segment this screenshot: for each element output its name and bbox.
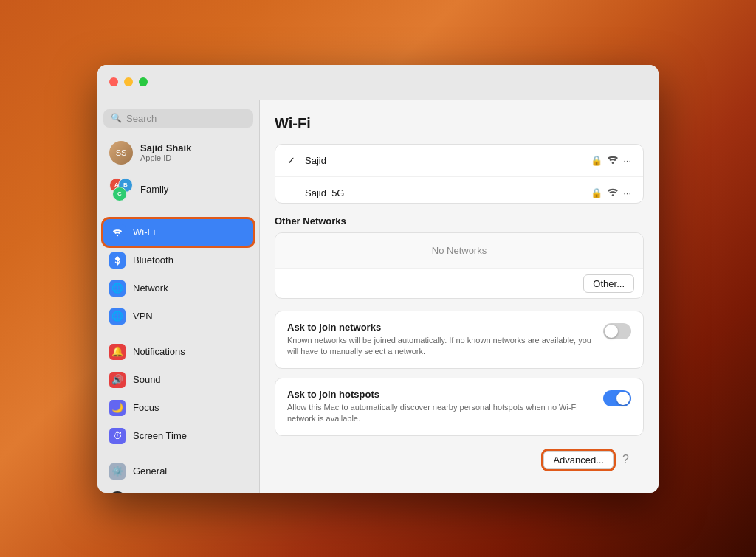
network-icons-sajid5g: 🔒 ··· xyxy=(591,186,631,200)
ask-hotspots-inner: Ask to join hotspots Allow this Mac to a… xyxy=(287,389,631,425)
network-icon: 🌐 xyxy=(109,280,126,297)
toggle-knob-hotspots xyxy=(616,392,630,405)
sidebar-label-sound: Sound xyxy=(133,374,161,385)
svg-point-0 xyxy=(117,234,118,235)
toggle-knob-ask-join xyxy=(605,325,618,338)
sidebar-label-screentime: Screen Time xyxy=(133,430,187,441)
family-label: Family xyxy=(140,184,168,195)
sidebar-item-focus[interactable]: 🌙 Focus xyxy=(103,395,253,421)
family-avatars: A B C xyxy=(109,178,133,201)
sidebar-label-network: Network xyxy=(133,283,168,294)
sidebar-item-screentime[interactable]: ⏱ Screen Time xyxy=(103,423,253,449)
minimize-button[interactable] xyxy=(124,77,133,86)
ask-join-text: Ask to join networks Known networks will… xyxy=(287,322,591,358)
network-row-sajid[interactable]: ✓ Sajid 🔒 ··· xyxy=(275,145,643,177)
ask-join-toggle[interactable] xyxy=(603,323,631,339)
user-profile[interactable]: SS Sajid Shaik Apple ID xyxy=(103,136,253,169)
svg-point-2 xyxy=(612,194,614,196)
network-icons-sajid: 🔒 ··· xyxy=(591,153,631,167)
sidebar-label-focus: Focus xyxy=(133,402,159,413)
wifi-signal-icon-5g xyxy=(607,186,619,200)
other-button-row: Other... xyxy=(275,269,643,299)
lock-icon: 🔒 xyxy=(591,155,602,166)
network-name-sajid: Sajid xyxy=(305,155,585,166)
other-networks-label: Other Networks xyxy=(275,215,644,226)
main-content: 🔍 Search SS Sajid Shaik Apple ID A B C F… xyxy=(97,100,659,493)
vpn-icon: 🌐 xyxy=(109,308,126,325)
title-bar xyxy=(97,65,659,100)
sidebar-label-wifi: Wi-Fi xyxy=(133,226,155,238)
sidebar-item-sound[interactable]: 🔊 Sound xyxy=(103,367,253,393)
detail-panel: Wi-Fi ✓ Sajid 🔒 xyxy=(260,100,659,493)
search-bar[interactable]: 🔍 Search xyxy=(103,109,253,128)
family-item[interactable]: A B C Family xyxy=(103,173,253,206)
search-icon: 🔍 xyxy=(111,113,122,123)
panel-title: Wi-Fi xyxy=(275,115,644,132)
search-placeholder: Search xyxy=(126,113,157,124)
ask-join-inner: Ask to join networks Known networks will… xyxy=(287,322,631,358)
ask-hotspots-toggle[interactable] xyxy=(603,390,631,406)
close-button[interactable] xyxy=(109,77,118,86)
avatar: SS xyxy=(109,141,133,165)
more-options-icon[interactable]: ··· xyxy=(623,155,631,166)
current-networks-card: ✓ Sajid 🔒 ··· xyxy=(275,144,644,204)
sidebar-label-notifications: Notifications xyxy=(133,346,185,357)
sidebar-item-appearance[interactable]: ◑ Appearance xyxy=(103,486,253,493)
traffic-lights xyxy=(109,77,148,86)
help-icon[interactable]: ? xyxy=(622,453,629,466)
user-subtitle: Apple ID xyxy=(140,153,191,162)
svg-point-1 xyxy=(612,162,614,164)
ask-hotspots-row: Ask to join hotspots Allow this Mac to a… xyxy=(275,378,644,436)
focus-icon: 🌙 xyxy=(109,400,126,416)
sidebar-item-general[interactable]: ⚙️ General xyxy=(103,458,253,485)
more-options-icon-5g[interactable]: ··· xyxy=(623,187,631,198)
sidebar-item-wifi[interactable]: Wi-Fi xyxy=(103,219,253,246)
ask-join-title: Ask to join networks xyxy=(287,322,591,333)
lock-icon-5g: 🔒 xyxy=(591,187,602,198)
sound-icon: 🔊 xyxy=(109,372,126,388)
sidebar-item-vpn[interactable]: 🌐 VPN xyxy=(103,303,253,330)
other-networks-card: No Networks Other... xyxy=(275,232,644,299)
bluetooth-icon xyxy=(109,252,126,269)
bottom-bar: Advanced... ? xyxy=(275,445,644,478)
wifi-signal-icon xyxy=(607,153,619,167)
screentime-icon: ⏱ xyxy=(109,428,126,444)
main-window: 🔍 Search SS Sajid Shaik Apple ID A B C F… xyxy=(97,65,659,493)
user-name: Sajid Shaik xyxy=(140,142,191,153)
general-icon: ⚙️ xyxy=(109,463,126,480)
ask-hotspots-text: Ask to join hotspots Allow this Mac to a… xyxy=(287,389,591,425)
sidebar-label-vpn: VPN xyxy=(133,311,153,322)
family-avatar-3: C xyxy=(112,187,127,201)
ask-join-description: Known networks will be joined automatica… xyxy=(287,335,591,358)
ask-join-networks-row: Ask to join networks Known networks will… xyxy=(275,311,644,369)
no-networks-text: No Networks xyxy=(432,245,487,256)
sidebar-item-network[interactable]: 🌐 Network xyxy=(103,275,253,302)
advanced-button[interactable]: Advanced... xyxy=(543,451,614,469)
appearance-icon: ◑ xyxy=(109,491,126,493)
network-row-sajid5g[interactable]: ✓ Sajid_5G 🔒 ··· xyxy=(275,177,643,204)
maximize-button[interactable] xyxy=(139,77,148,86)
notifications-icon: 🔔 xyxy=(109,344,126,360)
ask-hotspots-description: Allow this Mac to automatically discover… xyxy=(287,402,591,425)
user-info: Sajid Shaik Apple ID xyxy=(140,142,191,162)
network-name-sajid5g: Sajid_5G xyxy=(305,187,585,198)
other-button[interactable]: Other... xyxy=(583,274,634,293)
checkmark-icon: ✓ xyxy=(287,155,299,166)
sidebar-item-notifications[interactable]: 🔔 Notifications xyxy=(103,339,253,365)
no-networks-area: No Networks xyxy=(275,233,643,269)
wifi-icon xyxy=(109,224,126,241)
ask-hotspots-title: Ask to join hotspots xyxy=(287,389,591,400)
sidebar-item-bluetooth[interactable]: Bluetooth xyxy=(103,247,253,274)
sidebar: 🔍 Search SS Sajid Shaik Apple ID A B C F… xyxy=(97,100,260,493)
sidebar-label-bluetooth: Bluetooth xyxy=(133,255,173,266)
sidebar-label-general: General xyxy=(133,466,167,477)
